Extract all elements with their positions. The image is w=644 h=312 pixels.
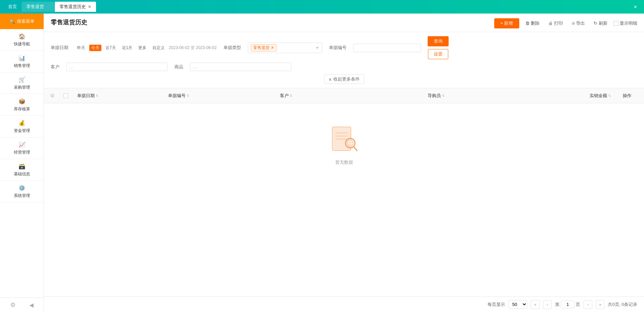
bill-no-input[interactable] [353,44,421,52]
page-info: 第 页 [555,300,580,308]
billno-sort-icon: ⇅ [187,94,189,97]
sidebar-item-purchase[interactable]: 🛒 采购管理 [0,72,44,94]
query-setting-group: 查询 设置 [428,36,449,59]
col-checkbox[interactable] [61,93,74,98]
col-action-header: 操作 [614,93,641,99]
goods-label: 商品 [174,64,183,70]
customer-sort-icon: ⇅ [290,94,292,97]
query-button[interactable]: 查询 [428,36,449,46]
table-header: ⚙ 单据日期 ⇅ 单据编号 ⇅ 客户 ⇅ 导购员 [44,88,644,103]
sidebar-bottom: ⚙ ◀ [0,297,44,312]
search-icon: 🔍 [9,19,15,24]
bill-type-tag: 零售退货 ✕ [251,44,277,51]
empty-icon [327,124,361,154]
page-size-select[interactable]: 20 50 100 [508,300,527,309]
page-number-input[interactable] [561,300,574,308]
customer-select[interactable]: ... [66,63,168,71]
main-layout: 🔍 搜索菜单 🏠 快捷导航 📊 销售管理 🛒 采购管理 📦 库存核算 💰 资金管… [0,14,644,312]
col-amount-header[interactable]: 实销金额 ⇅ [537,93,614,99]
system-icon: ⚙️ [18,184,26,192]
empty-state: 暂无数据 [44,103,644,186]
sidebar-search[interactable]: 🔍 搜索菜单 [0,14,44,29]
header-checkbox[interactable] [64,93,68,98]
date-btn-more[interactable]: 更多 [136,45,148,51]
col-guide-header[interactable]: 导购员 ⇅ [425,93,537,99]
export-button[interactable]: ⊙ 导出 [569,19,588,28]
date-btn-custom[interactable]: 自定义 [150,45,167,51]
bill-type-tag-close[interactable]: ✕ [271,45,274,50]
sidebar-item-basic-info[interactable]: 🗃️ 基础信息 [0,159,44,181]
svg-line-6 [354,147,357,151]
sidebar-collapse-icon[interactable]: ◀ [29,302,33,308]
table-area: ⚙ 单据日期 ⇅ 单据编号 ⇅ 客户 ⇅ 导购员 [44,88,644,296]
pagination-bar: 每页显示 20 50 100 « ‹ 第 页 › » 共0页, 0条记录 [44,296,644,312]
settings-icon[interactable]: ⚙ [50,93,54,99]
empty-text: 暂无数据 [335,159,353,165]
page-size-label: 每页显示 [487,302,505,308]
setting-button[interactable]: 设置 [428,49,448,59]
purchase-icon: 🛒 [18,76,26,83]
filter-area: 单据日期 昨天 今天 近7天 近1月 更多 自定义 2023-06-02 至 2… [44,32,644,88]
date-btn-7days[interactable]: 近7天 [103,45,118,51]
sidebar-gear-icon[interactable]: ⚙ [10,301,16,309]
tab-retail-return-history-close[interactable]: ✕ [88,4,91,9]
bill-no-label: 单据编号 [329,45,347,51]
customer-label: 客户 [51,64,59,70]
next-page-button[interactable]: › [583,300,592,309]
sidebar-item-system[interactable]: ⚙️ 系统管理 [0,181,44,202]
collapse-icon: ∧ [329,77,332,82]
show-detail-checkbox[interactable] [614,21,618,26]
bill-type-dropdown-icon: ▼ [315,46,319,50]
col-customer-header[interactable]: 客户 ⇅ [277,93,425,99]
sidebar-item-sales[interactable]: 📊 销售管理 [0,51,44,72]
tab-retail-return[interactable]: 零售退货 ✕ [22,2,54,12]
sidebar-item-quicknav[interactable]: 🏠 快捷导航 [0,29,44,51]
sales-icon: 📊 [18,54,26,62]
first-page-button[interactable]: « [531,300,540,309]
sidebar-item-inventory[interactable]: 📦 库存核算 [0,94,44,116]
show-detail-toggle[interactable]: 显示明细 [614,20,637,26]
tab-retail-return-close[interactable]: ✕ [46,4,49,9]
date-btn-1month[interactable]: 近1月 [120,45,135,51]
svg-point-5 [347,140,353,146]
amount-sort-icon: ⇅ [608,94,611,97]
delete-button[interactable]: 🗑 删除 [523,19,543,28]
print-button[interactable]: 🖨 打印 [546,19,566,28]
col-date-header[interactable]: 单据日期 ⇅ [74,93,165,99]
col-settings[interactable]: ⚙ [47,93,61,99]
sidebar-item-operations[interactable]: 📈 经营管理 [0,137,44,159]
col-billno-header[interactable]: 单据编号 ⇅ [165,93,278,99]
operations-icon: 📈 [18,141,26,148]
tab-retail-return-history[interactable]: 零售退货历史 ✕ [55,2,96,12]
sidebar-item-finance[interactable]: 💰 资金管理 [0,116,44,137]
finance-icon: 💰 [18,119,26,127]
top-bar: 首页 零售退货 ✕ 零售退货历史 ✕ ✕ [0,0,644,14]
guide-sort-icon: ⇅ [442,94,445,97]
date-sort-icon: ⇅ [96,94,98,97]
home-icon: 🏠 [18,32,26,40]
date-btn-yesterday[interactable]: 昨天 [75,45,87,51]
prev-page-button[interactable]: ‹ [543,300,552,309]
inventory-icon: 📦 [18,97,26,105]
sidebar: 🔍 搜索菜单 🏠 快捷导航 📊 销售管理 🛒 采购管理 📦 库存核算 💰 资金管… [0,14,44,312]
page-title: 零售退货历史 [51,18,87,26]
goods-select[interactable]: ... [190,63,291,71]
window-close-button[interactable]: ✕ [630,4,641,9]
basicinfo-icon: 🗃️ [18,162,26,170]
refresh-button[interactable]: ↻ 刷新 [591,19,610,28]
total-info: 共0页, 0条记录 [608,302,637,308]
date-range: 2023-06-02 至 2023-06-02 [169,45,216,51]
add-button[interactable]: + 新增 [494,18,519,28]
content-area: 零售退货历史 + 新增 🗑 删除 🖨 打印 ⊙ 导出 ↻ 刷新 显示明细 [44,14,644,312]
last-page-button[interactable]: » [596,300,604,309]
tab-home[interactable]: 首页 [3,2,22,12]
bill-date-label: 单据日期 [51,45,68,51]
bill-type-label: 单据类型 [223,45,241,51]
date-btn-today[interactable]: 今天 [89,45,101,51]
collapse-button[interactable]: ∧ 收起更多条件 [324,74,364,84]
bill-type-select[interactable]: 零售退货 ✕ ▼ [248,43,322,53]
date-shortcuts: 昨天 今天 近7天 近1月 更多 自定义 2023-06-02 至 2023-0… [75,45,217,51]
page-header: 零售退货历史 + 新增 🗑 删除 🖨 打印 ⊙ 导出 ↻ 刷新 显示明细 [44,14,644,32]
